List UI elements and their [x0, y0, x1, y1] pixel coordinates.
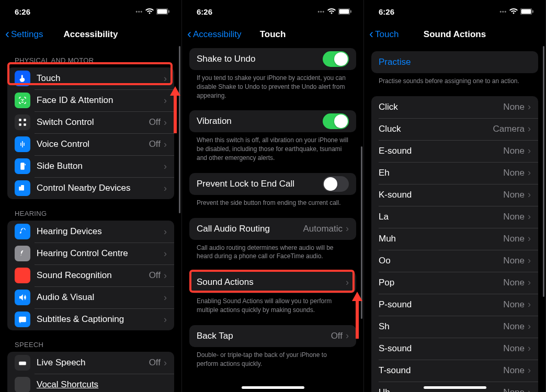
- svg-rect-5: [19, 123, 21, 126]
- row-prevent-lock[interactable]: Prevent Lock to End Call: [189, 173, 356, 195]
- row-audio-visual[interactable]: Audio & Visual ›: [7, 286, 174, 308]
- back-tap-label: Back Tap: [197, 331, 331, 341]
- row-vocal-shortcuts[interactable]: Vocal Shortcuts: [7, 374, 174, 392]
- back-button[interactable]: ‹ Settings: [5, 29, 43, 40]
- row-sound-click[interactable]: ClickNone›: [371, 96, 538, 118]
- row-sound-cluck[interactable]: CluckCamera›: [371, 118, 538, 140]
- svg-rect-14: [21, 362, 22, 363]
- chevron-right-icon: ›: [164, 183, 167, 194]
- row-shake[interactable]: Shake to Undo: [189, 48, 356, 70]
- back-tap-value: Off: [331, 331, 343, 341]
- row-sound-la[interactable]: LaNone›: [371, 206, 538, 228]
- sound-value: None: [503, 321, 525, 332]
- row-sound-sh[interactable]: ShNone›: [371, 316, 538, 338]
- row-sound-muh[interactable]: MuhNone›: [371, 228, 538, 250]
- panel-accessibility: 6:26 ••• ‹ Settings Accessibility PHYSIC…: [0, 0, 182, 392]
- wifi-icon: [509, 8, 518, 15]
- group-shake: Shake to Undo: [189, 48, 356, 70]
- group-speech: Live Speech Off › Vocal Shortcuts: [7, 352, 174, 392]
- row-practise[interactable]: Practise: [371, 51, 538, 73]
- chevron-right-icon: ›: [164, 292, 167, 303]
- home-indicator[interactable]: [424, 386, 486, 389]
- shake-footer: If you tend to shake your iPhone by acci…: [182, 70, 363, 100]
- row-hearing-centre[interactable]: Hearing Control Centre ›: [7, 243, 174, 264]
- chevron-right-icon: ›: [528, 277, 531, 288]
- scrollbar[interactable]: [543, 46, 544, 297]
- sound-label: Sh: [379, 321, 503, 332]
- svg-rect-15: [23, 362, 24, 363]
- row-side-button[interactable]: Side Button ›: [7, 155, 174, 177]
- audio-visual-label: Audio & Visual: [37, 292, 164, 303]
- svg-rect-4: [24, 119, 26, 121]
- chevron-right-icon: ›: [528, 299, 531, 310]
- chevron-left-icon: ‹: [5, 28, 9, 40]
- row-switch-control[interactable]: Switch Control Off ›: [7, 111, 174, 133]
- status-time: 6:26: [15, 7, 30, 16]
- scroll-area[interactable]: Shake to Undo If you tend to shake your …: [182, 46, 363, 392]
- row-faceid[interactable]: Face ID & Attention ›: [7, 89, 174, 111]
- svg-rect-11: [19, 317, 26, 322]
- chevron-right-icon: ›: [346, 277, 349, 288]
- toggle-prevent-lock[interactable]: [323, 176, 349, 192]
- back-button[interactable]: ‹ Touch: [369, 29, 399, 40]
- scrollbar[interactable]: [179, 46, 180, 213]
- home-indicator[interactable]: [242, 386, 304, 389]
- call-routing-value: Automatic: [303, 224, 343, 234]
- row-sound-oo[interactable]: OoNone›: [371, 250, 538, 272]
- row-sound-e-sound[interactable]: E-soundNone›: [371, 140, 538, 162]
- scroll-area[interactable]: Practise Practise sounds before assignin…: [364, 46, 545, 392]
- practise-footer: Practise sounds before assigning one to …: [364, 73, 545, 86]
- chevron-right-icon: ›: [164, 270, 167, 281]
- back-label: Touch: [375, 29, 399, 40]
- row-subtitles[interactable]: Subtitles & Captioning ›: [7, 308, 174, 330]
- row-touch[interactable]: Touch ›: [7, 67, 174, 89]
- row-voice-control[interactable]: Voice Control Off ›: [7, 133, 174, 155]
- row-call-routing[interactable]: Call Audio Routing Automatic ›: [189, 218, 356, 240]
- hearing-devices-icon: [15, 224, 30, 239]
- row-nearby-devices[interactable]: Control Nearby Devices ›: [7, 177, 174, 199]
- svg-rect-3: [19, 119, 21, 121]
- back-label: Settings: [11, 29, 43, 40]
- faceid-label: Face ID & Attention: [37, 95, 164, 106]
- sound-value: None: [503, 387, 525, 392]
- toggle-vibration[interactable]: [323, 113, 349, 129]
- row-vibration[interactable]: Vibration: [189, 110, 356, 132]
- svg-rect-16: [20, 364, 25, 365]
- row-hearing-devices[interactable]: Hearing Devices ›: [7, 221, 174, 243]
- nearby-label: Control Nearby Devices: [37, 183, 164, 193]
- sound-label: Cluck: [379, 124, 493, 134]
- sound-value: Camera: [493, 124, 525, 134]
- svg-rect-2: [168, 10, 169, 13]
- toggle-shake[interactable]: [323, 51, 349, 67]
- group-practise: Practise: [371, 51, 538, 73]
- chevron-right-icon: ›: [346, 330, 349, 341]
- chevron-right-icon: ›: [528, 255, 531, 266]
- chevron-right-icon: ›: [164, 314, 167, 325]
- row-sound-p-sound[interactable]: P-soundNone›: [371, 294, 538, 316]
- row-sound-recognition[interactable]: Sound Recognition Off ›: [7, 264, 174, 286]
- chevron-right-icon: ›: [528, 387, 531, 392]
- row-sound-actions[interactable]: Sound Actions ›: [189, 271, 356, 293]
- chevron-right-icon: ›: [164, 358, 167, 368]
- shake-label: Shake to Undo: [197, 54, 323, 64]
- scroll-area[interactable]: PHYSICAL AND MOTOR Touch › Face ID & Att…: [0, 46, 181, 392]
- sound-value: None: [503, 168, 525, 178]
- chevron-right-icon: ›: [528, 365, 531, 376]
- status-right: •••: [317, 8, 352, 15]
- sound-value: None: [503, 278, 525, 288]
- row-sound-pop[interactable]: PopNone›: [371, 272, 538, 294]
- status-time: 6:26: [197, 7, 212, 16]
- row-back-tap[interactable]: Back Tap Off ›: [189, 325, 356, 347]
- row-sound-k-sound[interactable]: K-soundNone›: [371, 184, 538, 206]
- sound-recognition-icon: [15, 268, 30, 283]
- row-sound-s-sound[interactable]: S-soundNone›: [371, 338, 538, 360]
- back-button[interactable]: ‹ Accessibility: [187, 29, 242, 40]
- chevron-right-icon: ›: [528, 145, 531, 156]
- section-header-physical: PHYSICAL AND MOTOR: [0, 46, 181, 67]
- row-sound-eh[interactable]: EhNone›: [371, 162, 538, 184]
- row-sound-t-sound[interactable]: T-soundNone›: [371, 360, 538, 382]
- voice-control-icon: [15, 136, 30, 152]
- sound-value: None: [503, 365, 525, 376]
- scrollbar[interactable]: [361, 146, 362, 319]
- row-live-speech[interactable]: Live Speech Off ›: [7, 352, 174, 374]
